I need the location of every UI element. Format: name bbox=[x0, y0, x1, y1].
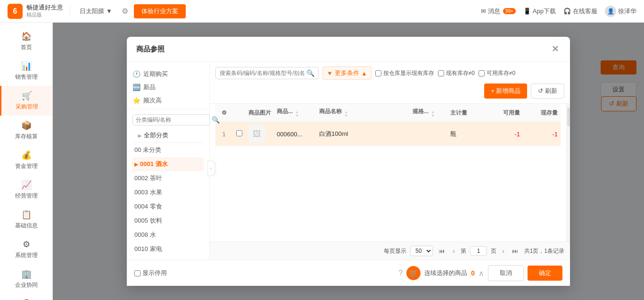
store-dropdown[interactable]: 日太阳膜 ▼ bbox=[76, 5, 116, 17]
sidebar-item-inventory[interactable]: 📦 库存核算 bbox=[0, 116, 52, 145]
user-item[interactable]: 👤 徐泽华 bbox=[605, 6, 636, 17]
enterprise-icon: 🏢 bbox=[21, 269, 32, 279]
td-check[interactable] bbox=[232, 122, 246, 146]
table-area: ⚙ 商品图片 商品... ▲▼ bbox=[210, 104, 570, 242]
category-item-c0008[interactable]: 0008 水 bbox=[132, 228, 204, 242]
headset-icon: 🎧 bbox=[563, 8, 571, 15]
sidebar-item-label: 库存核算 bbox=[15, 133, 38, 141]
available-nonzero-input[interactable] bbox=[479, 70, 485, 76]
app-download-item[interactable]: 📱 App下载 bbox=[523, 7, 556, 16]
stock-nonzero-input[interactable] bbox=[438, 70, 444, 76]
th-avail[interactable]: 可用量 bbox=[485, 104, 523, 122]
show-disabled-checkbox[interactable]: 显示停用 bbox=[134, 269, 167, 277]
first-page-button[interactable]: ⏮ bbox=[437, 246, 447, 256]
category-item-c00[interactable]: 00 未分类 bbox=[132, 143, 204, 157]
right-panel: 🔍 ▼ 更多条件 ▲ 按仓库显示现有库存 bbox=[210, 62, 570, 260]
sidebar-item-operation[interactable]: 📈 经营管理 bbox=[0, 175, 52, 205]
cancel-button[interactable]: 取消 bbox=[488, 265, 524, 281]
filter-label: 更多条件 bbox=[335, 69, 359, 77]
add-product-button[interactable]: + 新增商品 bbox=[484, 83, 527, 99]
cart-icon[interactable]: 🛒 bbox=[406, 266, 421, 280]
next-page-button[interactable]: › bbox=[500, 246, 506, 256]
shortcut-frequent[interactable]: ⭐ 频次高 bbox=[132, 94, 204, 107]
search-icon[interactable]: 🔍 bbox=[306, 69, 314, 77]
sidebar-item-purchase[interactable]: 🛒 采购管理 bbox=[0, 86, 52, 116]
sidebar-item-guide[interactable]: 🎯 新手引导 bbox=[0, 294, 52, 300]
messages-item[interactable]: ✉ 消息 99+ bbox=[481, 7, 516, 16]
new-icon: 🆕 bbox=[132, 83, 140, 91]
prev-page-button[interactable]: ‹ bbox=[451, 246, 457, 256]
footer-cart-section: ? 🛒 连续选择的商品 0 ∧ 取消 确定 bbox=[398, 265, 562, 281]
trial-button[interactable]: 体验行业方案 bbox=[134, 4, 186, 18]
online-service-item[interactable]: 🎧 在线客服 bbox=[563, 7, 597, 16]
category-search-input[interactable] bbox=[132, 114, 210, 125]
warehouse-display-checkbox[interactable]: 按仓库显示现有库存 bbox=[375, 69, 434, 77]
sidebar-item-label: 首页 bbox=[21, 43, 32, 51]
show-disabled-input[interactable] bbox=[134, 270, 140, 276]
available-nonzero-checkbox[interactable]: 可用库存≠0 bbox=[479, 69, 515, 77]
shortcut-recent[interactable]: 🕐 近期购买 bbox=[132, 67, 204, 81]
app-edition: 精品版 bbox=[26, 11, 63, 18]
category-item-c0005[interactable]: 0005 饮料 bbox=[132, 214, 204, 228]
sidebar-item-label: 企业协同 bbox=[15, 281, 38, 289]
per-page-select[interactable]: 50 bbox=[410, 246, 433, 256]
sort-icon-name: ▲▼ bbox=[344, 110, 348, 118]
user-avatar: 👤 bbox=[605, 6, 616, 17]
settings-icon[interactable]: ⚙ bbox=[122, 7, 128, 16]
row-checkbox[interactable] bbox=[236, 130, 242, 136]
help-icon[interactable]: ? bbox=[398, 269, 403, 277]
category-c0001-label: 0001 酒水 bbox=[140, 160, 168, 168]
th-code[interactable]: 商品... ▲▼ bbox=[274, 104, 316, 122]
sidebar-item-system[interactable]: ⚙ 系统管理 bbox=[0, 234, 52, 264]
online-service-label: 在线客服 bbox=[573, 7, 597, 16]
sidebar-item-home[interactable]: 🏠 首页 bbox=[0, 26, 52, 56]
modal-close-button[interactable]: ✕ bbox=[549, 43, 561, 55]
message-badge: 99+ bbox=[503, 8, 516, 14]
last-page-button[interactable]: ⏭ bbox=[510, 246, 520, 256]
all-arrow-icon: ▶ bbox=[138, 133, 142, 138]
th-unit[interactable]: 主计量 bbox=[447, 104, 485, 122]
app-logo: 6 bbox=[8, 4, 23, 19]
refresh-button[interactable]: ↺ 刷新 bbox=[531, 83, 564, 99]
cart-collapse-icon[interactable]: ∧ bbox=[479, 269, 484, 278]
category-c0010-label: 0010 家电 bbox=[134, 245, 162, 253]
table-scrollbar[interactable] bbox=[566, 104, 570, 242]
sidebar-item-basic[interactable]: 📋 基础信息 bbox=[0, 205, 52, 234]
th-name[interactable]: 商品名称 ▲▼ bbox=[316, 104, 410, 122]
sidebar-item-finance[interactable]: 💰 资金管理 bbox=[0, 145, 52, 175]
nav-right: ✉ 消息 99+ 📱 App下载 🎧 在线客服 👤 徐泽华 bbox=[481, 6, 636, 17]
sidebar-item-label: 系统管理 bbox=[15, 251, 38, 259]
table-row[interactable]: 1 🖼 bbox=[215, 122, 561, 146]
search-input-wrap: 🔍 bbox=[215, 67, 319, 79]
page-label: 第 bbox=[461, 247, 466, 255]
stock-nonzero-checkbox[interactable]: 现有库存≠0 bbox=[438, 69, 475, 77]
sidebar-item-enterprise[interactable]: 🏢 企业协同 bbox=[0, 264, 52, 294]
category-shortcuts: 🕐 近期购买 🆕 新品 ⭐ 频次高 bbox=[127, 66, 209, 109]
category-item-c0002[interactable]: 0002 茶叶 bbox=[132, 171, 204, 185]
th-stock[interactable]: 现存量 bbox=[523, 104, 561, 122]
th-img: 商品图片 bbox=[246, 104, 274, 122]
search-bar: 🔍 ▼ 更多条件 ▲ 按仓库显示现有库存 bbox=[210, 62, 570, 104]
category-item-c0010[interactable]: 0010 家电 bbox=[132, 242, 204, 256]
product-search-input[interactable] bbox=[220, 70, 305, 76]
th-spec[interactable]: 规格... ▲▼ bbox=[410, 104, 447, 122]
category-item-c0001[interactable]: ▶ 0001 酒水 bbox=[132, 157, 204, 171]
sidebar-item-sales[interactable]: 📊 销售管理 bbox=[0, 56, 52, 86]
category-c00-label: 00 未分类 bbox=[134, 146, 161, 154]
category-item-c0004[interactable]: 0004 零食 bbox=[132, 200, 204, 214]
page-input[interactable] bbox=[470, 246, 487, 256]
scroll-thumb bbox=[567, 108, 570, 126]
category-collapse-button[interactable]: ‹ bbox=[207, 161, 215, 176]
store-name: 日太阳膜 bbox=[80, 7, 104, 16]
td-avail: -1 bbox=[485, 122, 523, 146]
category-all-item[interactable]: ▶ 全部分类 bbox=[132, 128, 204, 143]
stock-nonzero-label: 现有库存≠0 bbox=[446, 69, 475, 77]
sales-icon: 📊 bbox=[21, 61, 32, 71]
filter-button[interactable]: ▼ 更多条件 ▲ bbox=[322, 67, 372, 80]
category-item-c0003[interactable]: 0003 水果 bbox=[132, 185, 204, 200]
warehouse-checkbox-input[interactable] bbox=[375, 70, 381, 76]
available-nonzero-label: 可用库存≠0 bbox=[487, 69, 515, 77]
shortcut-new[interactable]: 🆕 新品 bbox=[132, 81, 204, 94]
confirm-button[interactable]: 确定 bbox=[528, 266, 562, 281]
category-search-icon[interactable]: 🔍 bbox=[212, 116, 220, 124]
